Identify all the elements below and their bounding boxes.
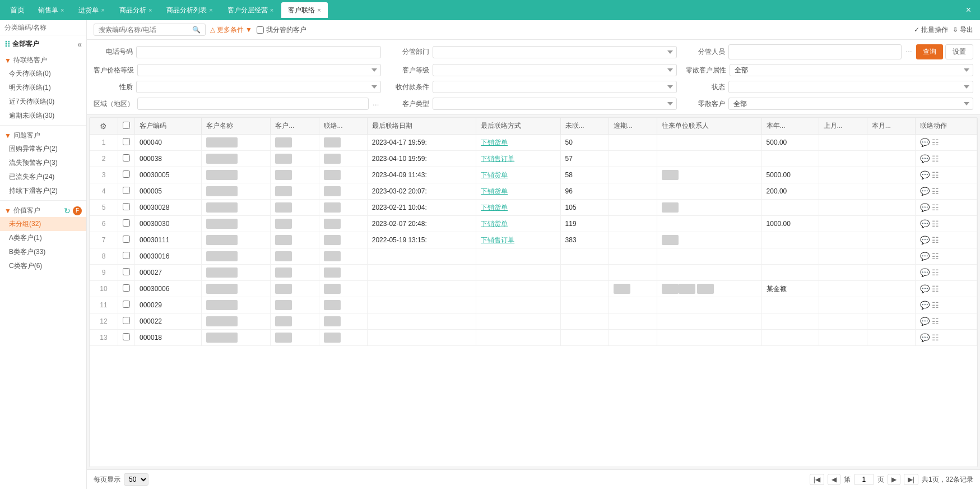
method-link[interactable]: 下销售订单	[481, 155, 514, 163]
close-product-analysis-tab[interactable]: ×	[148, 7, 152, 13]
sidebar-item-ungroup[interactable]: 未分组(32)	[0, 217, 86, 231]
sidebar-item-declining[interactable]: 持续下滑客户(2)	[0, 184, 86, 198]
pay-select[interactable]	[433, 81, 677, 93]
price-grade-select[interactable]	[137, 64, 381, 76]
row-checkbox-cell[interactable]	[118, 232, 134, 248]
row-checkbox[interactable]	[123, 284, 130, 292]
value-customers-group[interactable]: ▼ 价值客户 ↻ F	[0, 203, 86, 217]
retail-attr-select[interactable]: 全部	[730, 64, 973, 76]
row-checkbox[interactable]	[123, 236, 130, 243]
reset-button[interactable]: 设置	[945, 44, 973, 59]
row-checkbox[interactable]	[123, 203, 130, 210]
row-checkbox-cell[interactable]	[118, 135, 134, 151]
message-action-icon[interactable]: 💬	[920, 333, 930, 342]
status-select[interactable]	[728, 81, 973, 93]
row-checkbox-cell[interactable]	[118, 151, 134, 167]
tab-purchase[interactable]: 进货单 ×	[72, 2, 111, 18]
method-link[interactable]: 下销货单	[481, 204, 508, 211]
refresh-icon[interactable]: ↻	[64, 206, 71, 215]
grid-action-icon[interactable]: ☷	[932, 301, 939, 310]
retail-customer-select[interactable]: 全部	[728, 98, 973, 110]
customer-type-select[interactable]	[433, 98, 677, 110]
grid-action-icon[interactable]: ☷	[932, 170, 939, 179]
export-button[interactable]: ⇩ 导出	[953, 25, 973, 35]
message-action-icon[interactable]: 💬	[920, 252, 930, 261]
next-page-button[interactable]: ▶	[888, 474, 900, 485]
tab-sales[interactable]: 销售单 ×	[31, 2, 71, 18]
sidebar-item-today[interactable]: 今天待联络(0)	[0, 67, 86, 81]
close-sales-tab[interactable]: ×	[61, 7, 64, 13]
method-link[interactable]: 下销货单	[481, 187, 508, 195]
message-action-icon[interactable]: 💬	[920, 268, 930, 277]
sidebar-item-overdue[interactable]: 逾期未联络(30)	[0, 109, 86, 123]
grid-action-icon[interactable]: ☷	[932, 154, 939, 163]
th-checkbox[interactable]	[118, 118, 134, 135]
region-more-icon[interactable]: …	[371, 98, 381, 110]
grid-action-icon[interactable]: ☷	[932, 219, 939, 228]
window-close-button[interactable]: ×	[962, 5, 976, 15]
method-link[interactable]: 下销售订单	[481, 236, 514, 244]
row-checkbox-cell[interactable]	[118, 167, 134, 183]
sidebar-item-c-class[interactable]: C类客户(6)	[0, 259, 86, 273]
grid-action-icon[interactable]: ☷	[932, 203, 939, 212]
close-product-list-tab[interactable]: ×	[209, 7, 212, 13]
row-checkbox-cell[interactable]	[118, 265, 134, 281]
row-checkbox-cell[interactable]	[118, 297, 134, 313]
grid-action-icon[interactable]: ☷	[932, 236, 939, 245]
row-checkbox-cell[interactable]	[118, 330, 134, 346]
row-checkbox-cell[interactable]	[118, 200, 134, 216]
dept-select[interactable]	[433, 46, 677, 58]
home-tab[interactable]: 首页	[4, 3, 30, 17]
row-checkbox-cell[interactable]	[118, 216, 134, 232]
method-link[interactable]: 下销货单	[481, 171, 508, 179]
row-checkbox[interactable]	[123, 170, 130, 178]
more-filters-button[interactable]: △ 更多条件 ▼	[210, 25, 252, 35]
batch-op-button[interactable]: ✓ 批量操作	[914, 25, 948, 35]
grid-action-icon[interactable]: ☷	[932, 252, 939, 261]
row-checkbox-cell[interactable]	[118, 248, 134, 265]
message-action-icon[interactable]: 💬	[920, 301, 930, 310]
last-page-button[interactable]: ▶|	[904, 474, 918, 485]
grid-action-icon[interactable]: ☷	[932, 317, 939, 326]
grid-action-icon[interactable]: ☷	[932, 268, 939, 277]
message-action-icon[interactable]: 💬	[920, 317, 930, 326]
my-customers-check[interactable]	[257, 26, 264, 34]
grid-action-icon[interactable]: ☷	[932, 138, 939, 147]
sidebar-collapse-icon[interactable]: «	[77, 40, 82, 49]
method-link[interactable]: 下销货单	[481, 220, 508, 228]
message-action-icon[interactable]: 💬	[920, 203, 930, 212]
page-size-select[interactable]: 50	[124, 473, 148, 486]
sidebar-item-a-class[interactable]: A类客户(1)	[0, 231, 86, 245]
problem-customers-group[interactable]: ▼ 问题客户	[0, 128, 86, 142]
row-checkbox[interactable]	[123, 333, 130, 340]
phone-input[interactable]	[136, 46, 381, 58]
sidebar-search-input[interactable]	[4, 24, 87, 31]
select-all-checkbox[interactable]	[123, 122, 130, 129]
close-segment-tab[interactable]: ×	[270, 7, 273, 13]
close-contact-tab[interactable]: ×	[317, 7, 321, 13]
region-input[interactable]	[137, 98, 369, 110]
prev-page-button[interactable]: ◀	[828, 474, 840, 485]
row-checkbox[interactable]	[123, 219, 130, 227]
row-checkbox[interactable]	[123, 154, 130, 162]
row-checkbox[interactable]	[123, 301, 130, 308]
sidebar-item-churned[interactable]: 已流失客户(24)	[0, 170, 86, 184]
method-link[interactable]: 下销货单	[481, 139, 508, 146]
grid-action-icon[interactable]: ☷	[932, 284, 939, 293]
sidebar-item-abnormal[interactable]: 固购异常客户(2)	[0, 142, 86, 156]
tab-product-analysis-list[interactable]: 商品分析列表 ×	[160, 2, 219, 18]
row-checkbox[interactable]	[123, 268, 130, 275]
page-input[interactable]	[854, 474, 874, 485]
message-action-icon[interactable]: 💬	[920, 154, 930, 163]
row-checkbox-cell[interactable]	[118, 313, 134, 330]
sidebar-item-churn-warn[interactable]: 流失预警客户(3)	[0, 156, 86, 170]
grid-action-icon[interactable]: ☷	[932, 333, 939, 342]
row-checkbox[interactable]	[123, 317, 130, 324]
row-checkbox[interactable]	[123, 252, 130, 259]
close-purchase-tab[interactable]: ×	[101, 7, 104, 13]
row-checkbox-cell[interactable]	[118, 281, 134, 297]
search-icon[interactable]: 🔍	[192, 26, 201, 34]
sidebar-item-tomorrow[interactable]: 明天待联络(1)	[0, 81, 86, 95]
message-action-icon[interactable]: 💬	[920, 170, 930, 179]
pending-contact-group[interactable]: ▼ 待联络客户	[0, 53, 86, 67]
